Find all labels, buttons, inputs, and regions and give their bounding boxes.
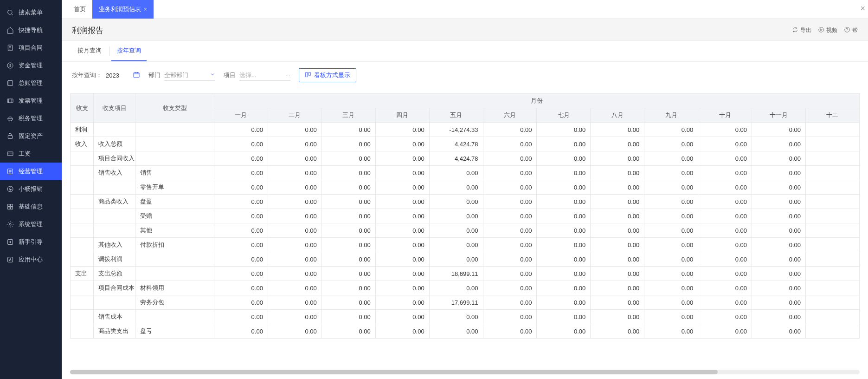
month-header: 八月	[591, 108, 644, 123]
cell-value: 0.00	[591, 324, 644, 339]
close-icon[interactable]: ×	[144, 6, 147, 13]
cell-value: 0.00	[537, 123, 591, 137]
sidebar-item-fund-mgmt[interactable]: 资金管理	[0, 57, 62, 74]
project-filter-label: 项目	[224, 71, 236, 79]
cell-value: 0.00	[268, 137, 321, 151]
table-row: 销售成本0.000.000.000.000.000.000.000.000.00…	[71, 310, 860, 324]
sidebar-item-search-menu[interactable]: 搜索菜单	[0, 4, 62, 21]
cell-value	[805, 281, 859, 295]
cell-value: 0.00	[752, 195, 806, 209]
cell-item: 销售收入	[94, 166, 135, 180]
g-icon	[6, 185, 14, 193]
project-select[interactable]: 选择... ···	[239, 70, 290, 81]
cell-value: 0.00	[268, 209, 321, 223]
cell-sz	[71, 195, 94, 209]
sidebar-item-salary[interactable]: 工资	[0, 145, 62, 163]
cell-value: 0.00	[591, 310, 644, 324]
sidebar-item-label: 经营管理	[19, 167, 43, 176]
cell-value: 0.00	[429, 195, 483, 209]
year-filter: 按年查询：	[72, 71, 140, 80]
sidebar: 搜索菜单快捷导航项目合同资金管理总账管理发票管理税务管理固定资产工资经营管理小畅…	[0, 0, 62, 379]
cell-value	[805, 252, 859, 267]
subtab-1[interactable]: 按年查询	[111, 41, 147, 61]
table-row: 调拨利润0.000.000.000.000.000.000.000.000.00…	[71, 252, 860, 267]
sidebar-item-invoice[interactable]: 发票管理	[0, 92, 62, 110]
col-header: 收支项目	[94, 94, 135, 123]
sidebar-item-label: 税务管理	[19, 114, 43, 123]
sidebar-item-tax[interactable]: 税务管理	[0, 110, 62, 127]
cell-sz: 收入	[71, 137, 94, 151]
sidebar-item-ledger[interactable]: 总账管理	[0, 74, 62, 92]
header-actions: 导出 视频 帮	[792, 26, 858, 34]
cell-value: 0.00	[268, 195, 321, 209]
horizontal-scrollbar[interactable]	[70, 370, 860, 374]
subtab-0[interactable]: 按月查询	[72, 41, 107, 61]
sidebar-item-label: 项目合同	[19, 44, 43, 52]
sidebar-item-xiaochang[interactable]: 小畅报销	[0, 180, 62, 198]
sidebar-item-fixed-asset[interactable]: 固定资产	[0, 127, 62, 145]
cell-item: 销售成本	[94, 310, 135, 324]
cell-value: 0.00	[752, 123, 806, 137]
cell-value: 17,699.11	[429, 295, 483, 310]
cell-value: 0.00	[483, 295, 537, 310]
cell-value: 0.00	[698, 238, 752, 252]
sidebar-item-basic-info[interactable]: 基础信息	[0, 198, 62, 216]
cell-value: 18,699.11	[429, 267, 483, 281]
kanban-view-button[interactable]: 看板方式显示	[299, 68, 356, 82]
cell-value: 0.00	[752, 209, 806, 223]
col-header: 收支	[71, 94, 94, 123]
sidebar-item-label: 搜索菜单	[19, 8, 43, 17]
cell-type: 零售开单	[135, 180, 214, 195]
table-row: 受赠0.000.000.000.000.000.000.000.000.000.…	[71, 209, 860, 223]
cell-value: 0.00	[591, 137, 644, 151]
cell-value: 0.00	[537, 252, 591, 267]
cell-value: 0.00	[752, 281, 806, 295]
dept-dropdown[interactable]: 全部部门	[164, 70, 215, 81]
video-action[interactable]: 视频	[818, 26, 837, 34]
cell-value: 0.00	[537, 166, 591, 180]
cell-value: 0.00	[214, 166, 268, 180]
cell-value: 0.00	[483, 281, 537, 295]
tab-0[interactable]: 首页	[67, 0, 92, 19]
table-row: 其他收入付款折扣0.000.000.000.000.000.000.000.00…	[71, 238, 860, 252]
sidebar-item-operation[interactable]: 经营管理	[0, 163, 62, 180]
month-header: 二月	[268, 108, 321, 123]
cell-value: 0.00	[644, 166, 698, 180]
scrollbar-thumb[interactable]	[70, 370, 718, 374]
col-header: 收支类型	[135, 94, 214, 123]
cell-value: 0.00	[375, 123, 429, 137]
sidebar-item-sys-mgmt[interactable]: 系统管理	[0, 216, 62, 233]
sidebar-item-label: 系统管理	[19, 220, 43, 229]
help-action[interactable]: 帮	[844, 26, 858, 34]
cell-sz	[71, 180, 94, 195]
coin-icon	[6, 62, 14, 69]
cell-value: 0.00	[537, 195, 591, 209]
sidebar-item-quick-nav[interactable]: 快捷导航	[0, 21, 62, 39]
cell-value: 0.00	[429, 238, 483, 252]
year-input[interactable]	[106, 72, 129, 79]
export-action[interactable]: 导出	[792, 26, 811, 34]
cell-value: 0.00	[214, 209, 268, 223]
cell-value: 0.00	[591, 123, 644, 137]
sidebar-item-guide[interactable]: 新手引导	[0, 233, 62, 251]
sidebar-item-project-contract[interactable]: 项目合同	[0, 39, 62, 57]
cell-value: 0.00	[483, 209, 537, 223]
subtab-separator	[109, 46, 109, 56]
cell-value: 0.00	[644, 151, 698, 166]
table-row: 商品类收入盘盈0.000.000.000.000.000.000.000.000…	[71, 195, 860, 209]
close-all-tabs-icon[interactable]: ×	[860, 4, 865, 13]
cell-sz	[71, 281, 94, 295]
cell-value: 0.00	[644, 137, 698, 151]
profit-table-wrap[interactable]: 收支收支项目收支类型月份一月二月三月四月五月六月七月八月九月十月十一月十二 利润…	[70, 93, 860, 367]
cell-value: 0.00	[483, 137, 537, 151]
book-icon	[6, 79, 14, 87]
cell-value: 0.00	[483, 166, 537, 180]
calendar-icon[interactable]	[133, 71, 140, 80]
cell-item	[94, 123, 135, 137]
sidebar-item-app-center[interactable]: 应用中心	[0, 251, 62, 268]
tab-1[interactable]: 业务利润预估表×	[92, 0, 154, 19]
svg-rect-3	[8, 81, 13, 86]
cell-value: 0.00	[429, 281, 483, 295]
ticket-icon	[6, 97, 14, 105]
cell-item: 项目合同收入	[94, 151, 135, 166]
